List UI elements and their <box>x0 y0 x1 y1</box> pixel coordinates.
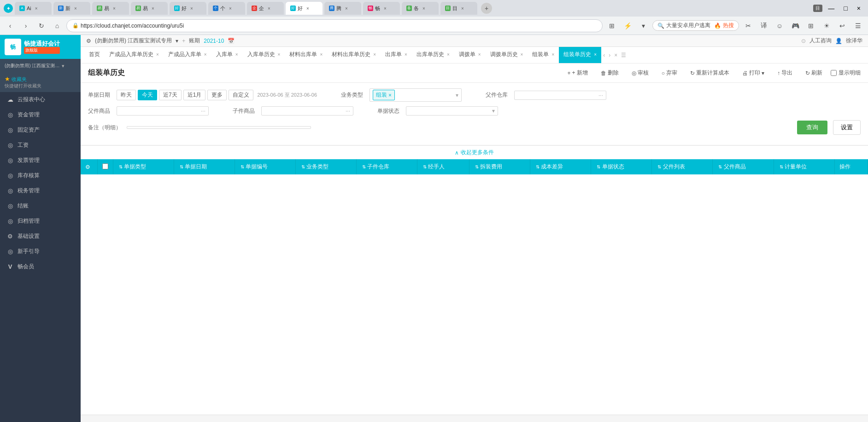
tab-kit[interactable]: 组装单 × <box>528 47 559 64</box>
sidebar-item-fund[interactable]: ◎ 资金管理 <box>0 107 81 122</box>
sidebar-item-guide[interactable]: ◎ 新手引导 <box>0 244 81 259</box>
search-bar[interactable]: 🔍 大量安卓用户逃离 🔥 热搜 <box>652 20 739 31</box>
window-close[interactable]: × <box>853 5 864 12</box>
new-tab-button[interactable]: + <box>481 3 492 14</box>
tab-yi2[interactable]: 易 易 × <box>131 2 168 15</box>
tab-close-ge2[interactable]: × <box>422 6 425 11</box>
user-icon[interactable]: 👤 <box>835 38 842 44</box>
tab-chang[interactable]: 畅 畅 × <box>363 2 400 15</box>
tab-close-mat-out-hist[interactable]: × <box>373 52 376 57</box>
th-parent-goods[interactable]: ⇅ 父件商品 <box>713 159 774 174</box>
sidebar-item-checkout[interactable]: ◎ 结账 <box>0 198 81 214</box>
th-child-warehouse[interactable]: ⇅ 子件仓库 <box>357 159 417 174</box>
nav-refresh[interactable]: ↻ <box>35 19 48 32</box>
date-btn-more[interactable]: 更多 <box>207 90 227 100</box>
settings-button[interactable]: 设置 <box>833 120 861 135</box>
show-detail-checkbox[interactable] <box>831 70 837 76</box>
tab-out-hist[interactable]: 出库单历史 × <box>412 47 454 64</box>
parent-warehouse-input[interactable]: ··· <box>514 91 606 100</box>
help-icon[interactable]: ⊙ <box>801 38 806 44</box>
tab-assemble[interactable]: 调拨单 × <box>454 47 486 64</box>
delete-button[interactable]: 🗑 删除 <box>596 67 623 79</box>
undo-icon[interactable]: ↩ <box>836 19 849 32</box>
sidebar-favorites[interactable]: ★ 收藏夹 快捷键打开收藏夹 <box>0 73 81 92</box>
nav-forward[interactable]: › <box>19 19 32 32</box>
tab-in-order[interactable]: 入库单 × <box>211 47 243 64</box>
tab-close-mu[interactable]: × <box>461 6 464 11</box>
status-select[interactable]: ▾ <box>406 106 498 116</box>
tab-close-all[interactable]: × <box>612 52 619 58</box>
grid-icon[interactable]: ⊞ <box>804 19 817 32</box>
tab-close-hao2[interactable]: × <box>306 6 309 11</box>
tab-close-qi[interactable]: × <box>268 6 270 11</box>
tab-hao2[interactable]: 好 好 × <box>286 2 323 15</box>
translate-icon[interactable]: 译 <box>757 19 770 32</box>
sidebar-item-inventory[interactable]: ◎ 库存核算 <box>0 168 81 183</box>
th-bill-status[interactable]: ⇅ 单据状态 <box>591 159 652 174</box>
tab-close-out-hist[interactable]: × <box>447 52 450 57</box>
sun-icon[interactable]: ☀ <box>820 19 833 32</box>
tab-nav-right[interactable]: › <box>607 52 612 58</box>
tab-assemble-hist[interactable]: 调拨单历史 × <box>486 47 528 64</box>
window-minimize[interactable]: — <box>824 5 838 12</box>
org-dropdown-arrow[interactable]: ▾ <box>176 38 178 44</box>
tab-close-teng[interactable]: × <box>345 6 348 11</box>
tab-in-hist[interactable]: 入库单历史 × <box>243 47 285 64</box>
tab-close-chang[interactable]: × <box>384 6 387 11</box>
sidebar-item-invoice[interactable]: ◎ 发票管理 <box>0 153 81 168</box>
settings-gear-icon[interactable]: ⚙ <box>86 38 91 44</box>
nav-home[interactable]: ⌂ <box>51 19 64 32</box>
game-icon[interactable]: 🎮 <box>789 19 802 32</box>
collapse-bar[interactable]: ∧ 收起更多条件 <box>81 145 868 159</box>
tab-close-in-hist[interactable]: × <box>278 52 281 57</box>
parent-goods-dots[interactable]: ··· <box>201 108 205 114</box>
select-all-checkbox[interactable] <box>102 163 108 169</box>
tab-ai[interactable]: A Ai × <box>15 2 52 15</box>
th-bill-date[interactable]: ⇅ 单据日期 <box>174 159 235 174</box>
tab-close-mat-out[interactable]: × <box>320 52 323 57</box>
tab-prod-in-hist[interactable]: 产成品入库单历史 × <box>105 47 164 64</box>
notes-input[interactable] <box>127 126 311 129</box>
sidebar-item-salary[interactable]: ◎ 工资 <box>0 138 81 153</box>
scissors-icon[interactable]: ✂ <box>742 19 755 32</box>
tab-close-ai[interactable]: × <box>35 6 38 11</box>
tab-ge2[interactable]: 各 各 × <box>402 2 439 15</box>
parent-warehouse-dots[interactable]: ··· <box>598 92 603 98</box>
audit-button[interactable]: ◎ 审核 <box>627 67 653 79</box>
th-bill-no[interactable]: ⇅ 单据编号 <box>235 159 295 174</box>
qr-code-icon[interactable]: ⊞ <box>605 19 618 32</box>
dropdown-icon[interactable]: ▾ <box>637 19 650 32</box>
lightning-icon[interactable]: ⚡ <box>621 19 634 32</box>
th-cost-diff[interactable]: ⇅ 成本差异 <box>530 159 591 174</box>
th-parent-list[interactable]: ⇅ 父件列表 <box>652 159 713 174</box>
sidebar-item-cloud-report[interactable]: ☁ 云报表中心 <box>0 92 81 107</box>
tab-close-out[interactable]: × <box>405 52 407 57</box>
tab-close-hao1[interactable]: × <box>190 6 193 11</box>
tab-ge[interactable]: 个 个 × <box>208 2 245 15</box>
tab-close-kit-hist[interactable]: × <box>594 52 597 57</box>
tab-mat-out-hist[interactable]: 材料出库单历史 × <box>327 47 381 64</box>
tab-qi[interactable]: 企 企 × <box>247 2 284 15</box>
tab-teng[interactable]: 腾 腾 × <box>324 2 361 15</box>
date-btn-today[interactable]: 今天 <box>138 90 157 100</box>
th-disassemble-cost[interactable]: ⇅ 拆装费用 <box>469 159 530 174</box>
tab-close-prod-in[interactable]: × <box>204 52 207 57</box>
sidebar-item-archive[interactable]: ◎ 归档管理 <box>0 214 81 229</box>
new-button[interactable]: + + 新增 <box>563 67 592 79</box>
tab-close-assemble-hist[interactable]: × <box>521 52 523 57</box>
sidebar-org[interactable]: (勿删勿禁用) 江西服宝测试专用 ▾ <box>0 59 81 73</box>
tab-close-in-order[interactable]: × <box>235 52 238 57</box>
sidebar-item-tax[interactable]: ◎ 税务管理 <box>0 183 81 198</box>
tab-mu[interactable]: 目 目 × <box>440 2 477 15</box>
tab-kit-hist[interactable]: 组装单历史 × <box>559 47 601 64</box>
menu-icon[interactable]: ☰ <box>851 19 864 32</box>
th-settings[interactable]: ⚙ <box>81 159 97 174</box>
tab-close-ge[interactable]: × <box>229 6 232 11</box>
sidebar-item-fixed-asset[interactable]: ◎ 固定资产 <box>0 122 81 138</box>
query-button[interactable]: 查询 <box>797 121 827 134</box>
tab-prod-in[interactable]: 产成品入库单 × <box>164 47 211 64</box>
tab-close-kit[interactable]: × <box>551 52 554 57</box>
address-bar[interactable]: 🔒 https://cloud.chanjet.com/accounting/u… <box>66 19 603 32</box>
tab-mat-out[interactable]: 材料出库单 × <box>285 47 327 64</box>
th-biz-type[interactable]: ⇅ 业务类型 <box>295 159 356 174</box>
